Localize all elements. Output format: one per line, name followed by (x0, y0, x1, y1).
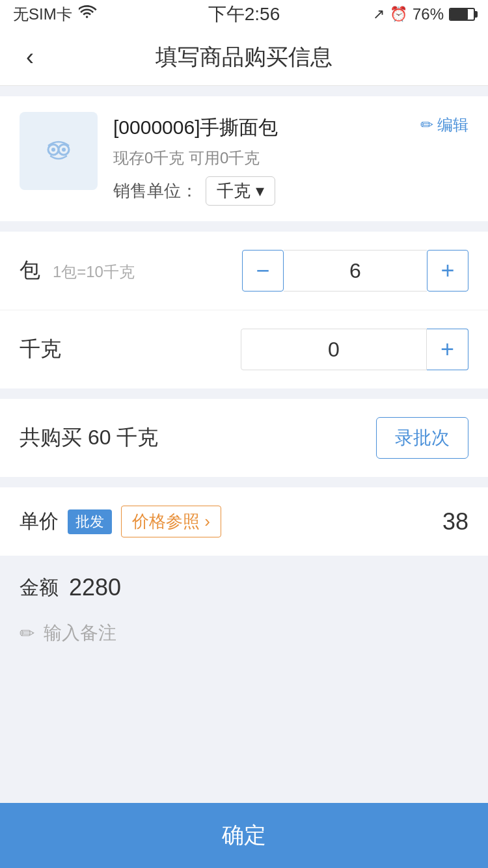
product-info: [0000006]手撕面包 ✏ 编辑 现存0千克 可用0千克 销售单位： 千克 … (113, 112, 468, 206)
quantity-section: 包 1包=10千克 − + 千克 + (0, 232, 488, 388)
status-time: 下午2:56 (208, 2, 280, 27)
back-button[interactable]: ‹ (20, 37, 40, 77)
amount-row: 金额 2280 (20, 574, 468, 601)
status-bar: 无SIM卡 下午2:56 ↗ ⏰ 76% (0, 0, 488, 29)
package-controls: − + (242, 250, 468, 292)
package-row: 包 1包=10千克 − + (0, 232, 488, 310)
page-title: 填写商品购买信息 (156, 42, 332, 72)
svg-point-3 (62, 148, 66, 152)
battery-percent: 76% (413, 5, 444, 23)
package-hint: 1包=10千克 (53, 263, 135, 280)
location-icon: ↗ (373, 6, 385, 23)
price-tag: 批发 (68, 509, 112, 534)
kg-plus-button[interactable]: + (427, 329, 468, 370)
chevron-down-icon: ▾ (256, 181, 264, 201)
product-stock: 现存0千克 可用0千克 (113, 148, 468, 169)
unit-label: 销售单位： (113, 180, 198, 202)
package-minus-button[interactable]: − (242, 250, 284, 292)
note-placeholder[interactable]: 输入备注 (44, 621, 116, 645)
amount-section: 金额 2280 ✏ 输入备注 (0, 556, 488, 658)
kg-label: 千克 (20, 335, 241, 364)
note-row: ✏ 输入备注 (20, 614, 468, 658)
kg-row: 千克 + (0, 310, 488, 388)
product-image (20, 112, 98, 190)
batch-button[interactable]: 录批次 (376, 417, 468, 459)
price-left: 单价 批发 价格参照 › (20, 506, 221, 537)
package-plus-button[interactable]: + (427, 250, 468, 292)
price-label: 单价 (20, 508, 59, 535)
amount-value: 2280 (69, 574, 121, 601)
edit-label: 编辑 (437, 115, 468, 135)
price-ref-button[interactable]: 价格参照 › (121, 506, 221, 537)
product-unit-row: 销售单位： 千克 ▾ (113, 176, 468, 206)
package-label: 包 1包=10千克 (20, 256, 242, 285)
total-row: 共购买 60 千克 录批次 (0, 399, 488, 477)
kg-controls: + (241, 329, 468, 370)
price-section: 单价 批发 价格参照 › 38 (0, 487, 488, 556)
unit-value: 千克 (217, 180, 251, 202)
svg-point-2 (51, 148, 55, 152)
unit-selector[interactable]: 千克 ▾ (206, 176, 275, 206)
nav-bar: ‹ 填写商品购买信息 (0, 29, 488, 86)
pencil-icon: ✏ (20, 623, 34, 644)
price-value: 38 (442, 508, 468, 536)
battery-icon (449, 8, 475, 21)
carrier-label: 无SIM卡 (13, 4, 72, 25)
product-name: [0000006]手撕面包 (113, 115, 278, 141)
edit-icon: ✏ (420, 116, 433, 134)
wifi-icon (79, 5, 97, 23)
edit-button[interactable]: ✏ 编辑 (420, 115, 468, 135)
status-right: ↗ ⏰ 76% (373, 5, 475, 23)
product-card: [0000006]手撕面包 ✏ 编辑 现存0千克 可用0千克 销售单位： 千克 … (0, 96, 488, 221)
amount-label: 金额 (20, 575, 59, 601)
total-text: 共购买 60 千克 (20, 424, 158, 452)
kg-input[interactable] (241, 329, 427, 370)
package-input[interactable] (284, 250, 427, 292)
confirm-bar[interactable]: 确定 (0, 803, 488, 868)
alarm-icon: ⏰ (390, 6, 407, 23)
confirm-button[interactable]: 确定 (222, 821, 266, 850)
status-left: 无SIM卡 (13, 4, 97, 25)
price-row: 单价 批发 价格参照 › 38 (20, 506, 468, 537)
